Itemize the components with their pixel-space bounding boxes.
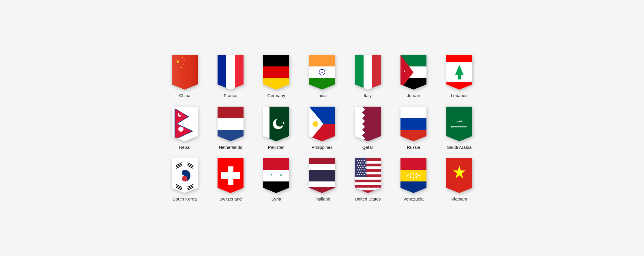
svg-rect-83: [400, 107, 426, 118]
svg-point-148: [364, 165, 365, 166]
svg-point-141: [358, 162, 359, 164]
country-philippines[interactable]: Philippines: [301, 107, 344, 150]
svg-point-174: [418, 175, 420, 177]
svg-point-144: [365, 162, 366, 164]
svg-rect-13: [235, 55, 244, 90]
svg-rect-122: [309, 158, 335, 164]
country-thailand[interactable]: Thailand: [301, 158, 344, 201]
svg-rect-123: [309, 164, 335, 170]
flag-russia: [400, 107, 426, 141]
svg-rect-85: [400, 130, 426, 141]
svg-rect-88: [446, 107, 472, 141]
svg-rect-17: [263, 66, 289, 78]
country-name-india: India: [317, 93, 327, 98]
country-united-states[interactable]: United States: [346, 158, 389, 201]
country-italy[interactable]: Italy: [346, 55, 389, 98]
country-name-venezuela: Venezuela: [403, 196, 424, 201]
svg-point-142: [360, 162, 361, 164]
country-name-vietnam: Vietnam: [451, 196, 467, 201]
country-china[interactable]: China: [163, 55, 206, 98]
country-france[interactable]: France: [209, 55, 252, 98]
country-qatar[interactable]: Qatar: [346, 107, 389, 150]
flag-vietnam: [446, 158, 472, 193]
flag-south-korea: [172, 158, 198, 193]
svg-point-137: [357, 160, 358, 161]
country-name-saudi-arabia: Saudi Arabia: [447, 145, 471, 150]
svg-point-68: [276, 118, 284, 127]
country-name-switzerland: Switzerland: [219, 196, 242, 201]
svg-rect-168: [400, 170, 426, 181]
flag-switzerland: [218, 158, 244, 193]
svg-point-57: [178, 127, 184, 132]
country-name-pakistan: Pakistan: [268, 145, 285, 150]
svg-rect-125: [309, 181, 335, 187]
country-lebanon[interactable]: Lebanon: [438, 55, 481, 98]
country-name-qatar: Qatar: [362, 145, 373, 150]
svg-rect-21: [309, 55, 335, 66]
country-name-thailand: Thailand: [314, 196, 330, 201]
svg-point-163: [361, 174, 362, 175]
svg-rect-126: [309, 187, 335, 193]
svg-point-145: [357, 165, 358, 166]
flag-philippines: [309, 107, 335, 141]
svg-point-154: [359, 169, 360, 170]
country-switzerland[interactable]: Switzerland: [209, 158, 252, 201]
svg-point-25: [321, 72, 323, 73]
svg-rect-62: [218, 130, 244, 141]
country-venezuela[interactable]: Venezuela: [392, 158, 435, 201]
flag-lebanon: [446, 55, 472, 90]
svg-rect-8: [172, 55, 198, 90]
svg-point-138: [359, 160, 360, 161]
svg-rect-135: [355, 188, 381, 190]
flag-syria: [263, 158, 289, 193]
flag-pakistan: [263, 107, 289, 141]
country-name-philippines: Philippines: [312, 145, 333, 150]
country-saudi-arabia[interactable]: شهادة Saudi Arabia: [438, 107, 481, 150]
flag-nepal: [172, 107, 198, 141]
country-india[interactable]: India: [301, 55, 344, 98]
svg-rect-66: [263, 107, 269, 141]
svg-rect-23: [309, 78, 335, 90]
country-germany[interactable]: Germany: [255, 55, 298, 98]
country-name-lebanon: Lebanon: [451, 93, 468, 98]
flag-qatar: [355, 107, 381, 141]
svg-point-172: [413, 173, 414, 175]
svg-point-143: [362, 162, 364, 164]
country-jordan[interactable]: Jordan: [392, 55, 435, 98]
country-name-nepal: Nepal: [179, 145, 190, 150]
flag-venezuela: [400, 158, 426, 193]
country-vietnam[interactable]: Vietnam: [438, 158, 481, 201]
svg-point-140: [364, 160, 365, 161]
svg-point-151: [362, 167, 364, 168]
svg-rect-116: [263, 170, 289, 181]
country-russia[interactable]: Russia: [392, 107, 435, 150]
svg-point-75: [312, 121, 318, 127]
svg-point-176: [415, 176, 417, 178]
svg-point-161: [357, 174, 358, 175]
svg-point-139: [361, 160, 362, 161]
flag-germany: [263, 55, 289, 90]
svg-rect-133: [355, 177, 381, 179]
svg-rect-115: [263, 158, 289, 170]
country-south-korea[interactable]: South Korea: [163, 158, 206, 201]
country-netherlands[interactable]: Netherlands: [209, 107, 252, 150]
country-nepal[interactable]: Nepal: [163, 107, 206, 150]
svg-rect-84: [400, 118, 426, 130]
svg-point-153: [357, 169, 358, 170]
countries-grid: China France: [163, 55, 481, 201]
flag-france: [218, 55, 244, 90]
country-name-united-states: United States: [355, 196, 381, 201]
flag-jordan: [400, 55, 426, 90]
flag-saudi-arabia: شهادة: [446, 107, 472, 141]
country-syria[interactable]: Syria: [255, 158, 298, 201]
svg-point-155: [361, 169, 362, 170]
svg-point-171: [410, 173, 411, 175]
country-name-netherlands: Netherlands: [219, 145, 242, 150]
country-name-china: China: [179, 93, 190, 98]
svg-point-173: [415, 173, 417, 175]
svg-rect-60: [218, 107, 244, 118]
svg-point-164: [364, 174, 365, 175]
svg-rect-28: [355, 55, 364, 90]
country-pakistan[interactable]: Pakistan: [255, 107, 298, 150]
svg-rect-112: [221, 172, 240, 179]
